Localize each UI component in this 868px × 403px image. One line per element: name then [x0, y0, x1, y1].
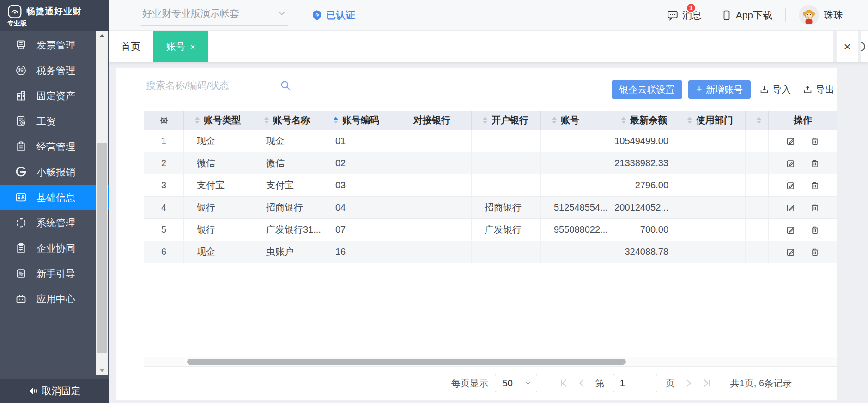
column-header-clipped[interactable] [746, 111, 769, 130]
sidebar: 畅捷通好业财 专业版 发票管理 税 税务管理 固定资产 [0, 0, 109, 403]
sidebar-scrollbar[interactable] [96, 31, 108, 375]
tab-home[interactable]: 首页 [109, 31, 153, 62]
column-header-balance[interactable]: 最新余额 [610, 111, 676, 130]
first-page-button[interactable] [558, 378, 569, 388]
edit-button[interactable] [786, 136, 796, 146]
tab-accounts[interactable]: 账号 × [153, 31, 208, 62]
delete-button[interactable] [810, 203, 820, 213]
table-row[interactable]: 6 现金 虫账户 16 324088.78 [144, 241, 837, 263]
cell-type: 银行 [184, 197, 253, 218]
avatar [799, 5, 819, 25]
sort-icon[interactable] [264, 117, 269, 124]
edit-button[interactable] [786, 203, 796, 213]
account-set-dropdown[interactable]: 好业财专业版演示帐套 [141, 5, 288, 26]
column-header-department[interactable]: 使用部门 [676, 111, 746, 130]
user-menu[interactable]: 珠珠 [799, 5, 843, 25]
table-row[interactable]: 4 银行 招商银行 04 招商银行 512548554... 200124052… [144, 197, 837, 219]
delete-button[interactable] [810, 247, 820, 257]
sidebar-item-invoice[interactable]: 发票管理 [0, 32, 109, 58]
sidebar-item-tax[interactable]: 税 税务管理 [0, 58, 109, 83]
edit-button[interactable] [786, 225, 796, 235]
cell-clipped [746, 197, 769, 218]
horizontal-scrollbar-thumb[interactable] [187, 359, 626, 365]
cell-type: 现金 [184, 241, 253, 263]
sidebar-item-fixed-assets[interactable]: 固定资产 [0, 83, 109, 108]
close-panel-button[interactable]: × [837, 31, 858, 62]
delete-button[interactable] [810, 180, 820, 191]
table-row[interactable]: 5 银行 广发银行31... 07 广发银行 955088022... 700.… [144, 219, 837, 241]
sidebar-item-collaboration[interactable]: 企业协同 [0, 235, 109, 261]
sort-icon[interactable] [757, 117, 761, 124]
sidebar-scrollbar-thumb[interactable] [97, 143, 107, 353]
prev-page-button[interactable] [577, 378, 587, 388]
table-row[interactable]: 3 支付宝 支付宝 03 2796.00 [144, 174, 837, 197]
content-area: 银企云联设置 + 新增账号 导入 导出 [109, 62, 868, 403]
tab-accounts-label: 账号 [166, 40, 185, 53]
table-row[interactable]: 2 微信 微信 02 21338982.33 [144, 152, 837, 174]
column-header-name[interactable]: 账号名称 [253, 111, 322, 130]
cell-department [676, 219, 746, 241]
column-header-bank[interactable]: 开户银行 [472, 111, 541, 130]
edit-button[interactable] [786, 247, 796, 257]
sidebar-item-basic-info[interactable]: 基础信息 [0, 185, 109, 210]
app-download-button[interactable]: App下载 [721, 9, 772, 22]
cell-bank: 广发银行 [472, 219, 541, 241]
sort-icon[interactable] [195, 117, 200, 124]
column-label: 对接银行 [413, 114, 450, 126]
accounts-card: 银企云联设置 + 新增账号 导入 导出 [116, 68, 837, 400]
cell-bank [472, 152, 541, 174]
column-header-code[interactable]: 账号编码 [322, 111, 402, 130]
per-page-select[interactable]: 50 [495, 374, 537, 392]
column-header-linked-bank[interactable]: 对接银行 [402, 111, 472, 130]
shield-icon: 企 [311, 9, 323, 21]
sidebar-item-guide[interactable]: 新 新手引导 [0, 261, 109, 286]
edit-button[interactable] [786, 180, 796, 191]
scroll-up-arrow-icon[interactable] [96, 32, 108, 39]
tab-close-icon[interactable]: × [190, 42, 195, 51]
sidebar-menu: 发票管理 税 税务管理 固定资产 工资 [0, 32, 109, 312]
scroll-down-arrow-icon[interactable] [96, 367, 108, 374]
tabbar: 首页 账号 × × [109, 31, 868, 62]
bank-cloud-settings-button[interactable]: 银企云联设置 [612, 80, 682, 99]
cell-bank: 招商银行 [472, 197, 541, 218]
more-controls-button[interactable] [861, 31, 868, 62]
delete-button[interactable] [810, 136, 820, 146]
search-input[interactable] [144, 80, 279, 91]
column-label: 开户银行 [492, 114, 528, 126]
column-header-account[interactable]: 账号 [541, 111, 610, 130]
sidebar-item-app-center[interactable]: 应用中心 [0, 286, 109, 312]
sort-icon[interactable] [552, 117, 557, 124]
next-page-button[interactable] [683, 378, 693, 388]
sort-icon-active-asc[interactable] [334, 117, 338, 124]
sort-icon[interactable] [687, 117, 692, 124]
column-settings-button[interactable] [144, 111, 184, 130]
sort-icon[interactable] [621, 117, 626, 124]
fixed-column-divider [769, 111, 769, 357]
delete-button[interactable] [810, 225, 820, 235]
import-button[interactable]: 导入 [759, 84, 791, 96]
edit-button[interactable] [786, 158, 796, 168]
sort-icon[interactable] [483, 117, 487, 124]
sidebar-item-expense[interactable]: 小畅报销 [0, 159, 109, 185]
topbar: 好业财专业版演示帐套 企 已认证 消息 1 App下载 [109, 0, 868, 31]
cell-type: 支付宝 [184, 174, 253, 196]
cell-bank [472, 174, 541, 196]
horizontal-scrollbar[interactable] [144, 357, 837, 367]
last-page-button[interactable] [702, 378, 712, 388]
unpin-sidebar-button[interactable]: 取消固定 [0, 379, 109, 403]
sidebar-item-system[interactable]: 系统管理 [0, 210, 109, 235]
sidebar-item-operations[interactable]: 经营管理 [0, 134, 109, 159]
guide-icon: 新 [15, 267, 27, 280]
table-row[interactable]: 1 现金 现金 01 10549499.00 [144, 130, 837, 152]
cell-linked-bank [402, 219, 472, 241]
add-account-button[interactable]: + 新增账号 [688, 80, 751, 99]
messages-button[interactable]: 消息 1 [667, 9, 702, 22]
search-box [144, 76, 293, 95]
chevron-down-icon [524, 379, 532, 387]
page-number-input[interactable] [613, 374, 657, 392]
column-header-type[interactable]: 账号类型 [184, 111, 253, 130]
delete-button[interactable] [810, 158, 820, 168]
sidebar-item-salary[interactable]: 工资 [0, 108, 109, 134]
export-button[interactable]: 导出 [803, 84, 834, 96]
search-icon[interactable] [279, 79, 291, 91]
